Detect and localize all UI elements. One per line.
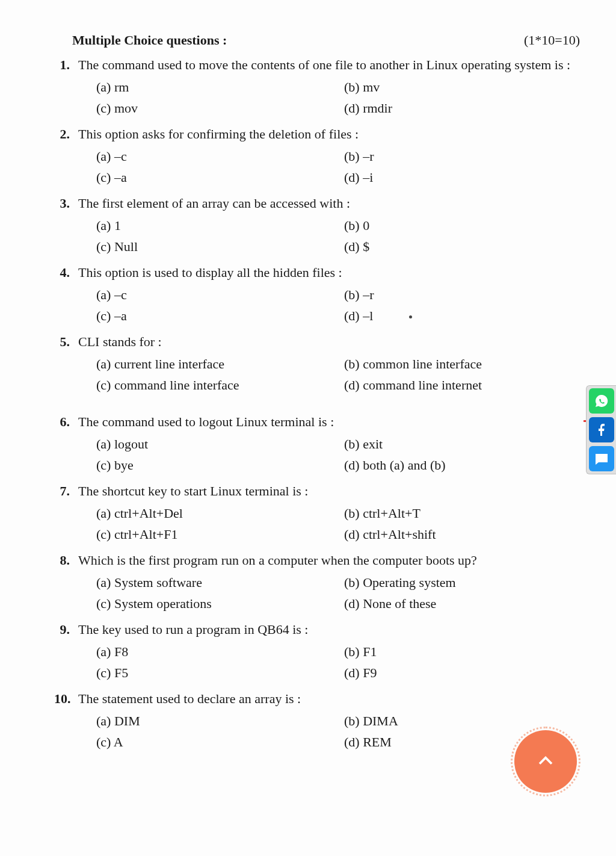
question-list: 1.The command used to move the contents … [54, 55, 580, 752]
option: (d) command line internet [344, 375, 580, 395]
question-row: 7.The shortcut key to start Linux termin… [54, 481, 580, 501]
question-row: 8.Which is the first program run on a co… [54, 550, 580, 570]
question-number: 9. [54, 619, 78, 639]
option: (b) DIMA [344, 711, 580, 731]
facebook-button[interactable] [589, 417, 614, 442]
question: 6.The command used to logout Linux termi… [54, 412, 580, 475]
option: (d) both (a) and (b) [344, 455, 580, 475]
question-number: 3. [54, 193, 78, 213]
option: (b) common line interface [344, 354, 580, 374]
option: (c) Null [96, 237, 332, 256]
messenger-icon [594, 451, 609, 466]
options-grid: (a) F8(b) F1(c) F5(d) F9 [96, 642, 580, 683]
options-grid: (a) 1(b) 0(c) Null(d) $ [96, 216, 580, 256]
question-text: This option is used to display all the h… [78, 262, 580, 282]
option: (a) ctrl+Alt+Del [96, 503, 332, 523]
question-row: 1.The command used to move the contents … [54, 55, 580, 75]
question: 10.The statement used to declare an arra… [54, 689, 580, 752]
question-number: 7. [54, 481, 78, 501]
section-title: Multiple Choice questions : [72, 30, 227, 50]
option: (c) bye [96, 455, 332, 475]
question: 4.This option is used to display all the… [54, 262, 580, 326]
option: (a) 1 [96, 216, 332, 235]
option: (b) –r [344, 146, 580, 166]
option: (d) ctrl+Alt+shift [344, 524, 580, 544]
question-number: 4. [54, 262, 78, 282]
whatsapp-button[interactable] [589, 388, 614, 414]
option: (c) System operations [96, 594, 332, 613]
option: (d) –i [344, 167, 580, 187]
question: 9.The key used to run a program in QB64 … [54, 619, 580, 683]
question-number: 1. [54, 55, 78, 75]
option: (a) System software [96, 572, 332, 592]
question-number: 6. [54, 412, 78, 432]
options-grid: (a) current line interface(b) common lin… [96, 354, 580, 395]
question-row: 3.The first element of an array can be a… [54, 193, 580, 213]
option: (a) rm [96, 77, 332, 97]
facebook-icon [594, 423, 609, 437]
question: 7.The shortcut key to start Linux termin… [54, 481, 580, 544]
option: (c) command line interface [96, 375, 332, 395]
question-row: 5.CLI stands for : [54, 332, 580, 352]
question-row: 6.The command used to logout Linux termi… [54, 412, 580, 432]
question-text: The command used to logout Linux termina… [78, 412, 580, 432]
option: (d) rmdir [344, 98, 580, 118]
question-text: Which is the first program run on a comp… [78, 550, 580, 570]
options-grid: (a) rm(b) mv(c) mov(d) rmdir [96, 77, 580, 118]
question-number: 10. [54, 689, 78, 709]
question-text: The shortcut key to start Linux terminal… [78, 481, 580, 501]
option: (b) 0 [344, 216, 580, 235]
option: (c) –a [96, 167, 332, 187]
option: (b) mv [344, 77, 580, 97]
option: (b) –r [344, 285, 580, 305]
whatsapp-icon [594, 394, 609, 408]
option: (a) –c [96, 285, 332, 305]
option: (b) ctrl+Alt+T [344, 503, 580, 523]
option: (a) –c [96, 146, 332, 166]
option: (d) $ [344, 237, 580, 256]
question: 5.CLI stands for :(a) current line inter… [54, 332, 580, 395]
option: (a) current line interface [96, 354, 332, 374]
question-text: This option asks for confirming the dele… [78, 124, 580, 144]
section-marks: (1*10=10) [524, 30, 580, 50]
option: (b) Operating system [344, 572, 580, 592]
option: (b) exit [344, 434, 580, 454]
question-text: CLI stands for : [78, 332, 580, 352]
question-text: The key used to run a program in QB64 is… [78, 619, 580, 639]
question: 2.This option asks for confirming the de… [54, 124, 580, 187]
option: (c) A [96, 732, 332, 752]
question-row: 10.The statement used to declare an arra… [54, 689, 580, 709]
option: (c) mov [96, 98, 332, 118]
question-row: 4.This option is used to display all the… [54, 262, 580, 282]
messenger-button[interactable] [589, 446, 614, 471]
bullet-dot [409, 315, 412, 318]
option: (c) F5 [96, 663, 332, 683]
question: 3.The first element of an array can be a… [54, 193, 580, 256]
option: (d) F9 [344, 663, 580, 683]
question-number: 2. [54, 124, 78, 144]
section-header: Multiple Choice questions : (1*10=10) [54, 30, 580, 50]
question-text: The statement used to declare an array i… [78, 689, 580, 709]
option: (b) F1 [344, 642, 580, 662]
question: 1.The command used to move the contents … [54, 55, 580, 118]
option: (a) DIM [96, 711, 332, 731]
question-number: 5. [54, 332, 78, 352]
question-text: The command used to move the contents of… [78, 55, 580, 75]
option: (a) F8 [96, 642, 332, 662]
option: (d) –l [344, 306, 580, 326]
question-row: 9.The key used to run a program in QB64 … [54, 619, 580, 639]
options-grid: (a) DIM(b) DIMA(c) A(d) REM [96, 711, 580, 752]
options-grid: (a) logout(b) exit(c) bye(d) both (a) an… [96, 434, 580, 475]
option: (c) ctrl+Alt+F1 [96, 524, 332, 544]
options-grid: (a) –c(b) –r(c) –a(d) –i [96, 146, 580, 187]
question-text: The first element of an array can be acc… [78, 193, 580, 213]
share-toolbar [586, 385, 616, 474]
options-grid: (a) System software(b) Operating system(… [96, 572, 580, 613]
question: 8.Which is the first program run on a co… [54, 550, 580, 613]
option: (c) –a [96, 306, 332, 326]
option: (d) None of these [344, 594, 580, 613]
question-number: 8. [54, 550, 78, 570]
scroll-top-button[interactable] [514, 730, 577, 793]
options-grid: (a) ctrl+Alt+Del(b) ctrl+Alt+T(c) ctrl+A… [96, 503, 580, 544]
options-grid: (a) –c(b) –r(c) –a(d) –l [96, 285, 580, 326]
